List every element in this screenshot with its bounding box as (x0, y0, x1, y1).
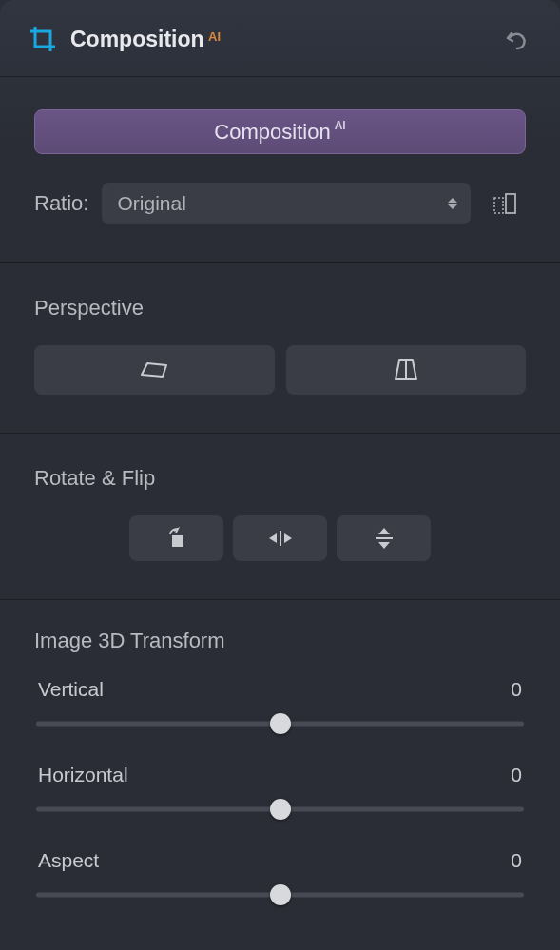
rotate-aspect-button[interactable] (484, 183, 526, 224)
chevron-up-down-icon (448, 198, 457, 209)
perspective-vertical-button[interactable] (286, 345, 527, 395)
composition-panel: Composition AI Composition AI Ratio: Ori… (0, 0, 560, 950)
svg-rect-2 (172, 535, 183, 547)
flip-vertical-icon (373, 526, 396, 551)
crop-icon (29, 25, 57, 53)
horizontal-slider-value: 0 (511, 764, 522, 786)
rotate-flip-buttons (34, 515, 526, 561)
transform-section: Image 3D Transform Vertical 0 Horizontal… (0, 600, 560, 942)
rotate-aspect-icon (492, 190, 518, 217)
slider-header: Aspect 0 (36, 849, 524, 872)
slider-header: Vertical 0 (36, 678, 524, 701)
perspective-title: Perspective (34, 296, 526, 320)
slider-thumb[interactable] (270, 884, 291, 905)
rotate-button[interactable] (129, 515, 223, 561)
horizontal-slider-group: Horizontal 0 (36, 764, 524, 819)
slider-header: Horizontal 0 (36, 764, 524, 786)
composition-button-ai-badge: AI (335, 119, 346, 132)
ratio-value: Original (117, 192, 185, 215)
perspective-buttons (34, 345, 526, 395)
header-title-group: Composition AI (70, 27, 221, 52)
ratio-row: Ratio: Original (34, 183, 526, 224)
perspective-horizontal-icon (138, 358, 170, 382)
aspect-slider-value: 0 (511, 849, 522, 872)
ratio-select[interactable]: Original (102, 183, 471, 224)
vertical-slider-value: 0 (511, 678, 522, 701)
vertical-slider-group: Vertical 0 (36, 678, 524, 733)
composition-ai-button[interactable]: Composition AI (34, 109, 526, 154)
slider-thumb[interactable] (270, 799, 291, 820)
flip-vertical-button[interactable] (337, 515, 431, 561)
undo-button[interactable] (499, 23, 531, 55)
slider-thumb[interactable] (270, 713, 291, 734)
panel-title: Composition (70, 27, 204, 51)
undo-icon (501, 25, 530, 53)
flip-horizontal-icon (266, 528, 295, 549)
rotate-flip-title: Rotate & Flip (34, 466, 526, 491)
panel-header: Composition AI (0, 0, 560, 77)
rotate-flip-section: Rotate & Flip (0, 434, 560, 600)
aspect-slider[interactable] (36, 885, 524, 904)
rotate-icon (164, 526, 189, 551)
composition-section: Composition AI Ratio: Original (0, 77, 560, 263)
composition-button-label: Composition (214, 120, 330, 145)
perspective-horizontal-button[interactable] (34, 345, 275, 395)
transform-title: Image 3D Transform (34, 629, 526, 653)
vertical-slider-label: Vertical (38, 678, 104, 701)
svg-rect-0 (494, 198, 503, 213)
flip-horizontal-button[interactable] (233, 515, 327, 561)
aspect-slider-group: Aspect 0 (36, 849, 524, 904)
header-left: Composition AI (29, 25, 221, 53)
aspect-slider-label: Aspect (38, 849, 99, 872)
vertical-slider[interactable] (36, 714, 524, 733)
ai-badge: AI (208, 29, 221, 44)
svg-rect-1 (506, 194, 515, 213)
perspective-vertical-icon (392, 357, 420, 383)
ratio-label: Ratio: (34, 191, 88, 216)
perspective-section: Perspective (0, 263, 560, 434)
transform-sliders: Vertical 0 Horizontal 0 (34, 678, 526, 904)
horizontal-slider-label: Horizontal (38, 764, 128, 786)
horizontal-slider[interactable] (36, 800, 524, 819)
